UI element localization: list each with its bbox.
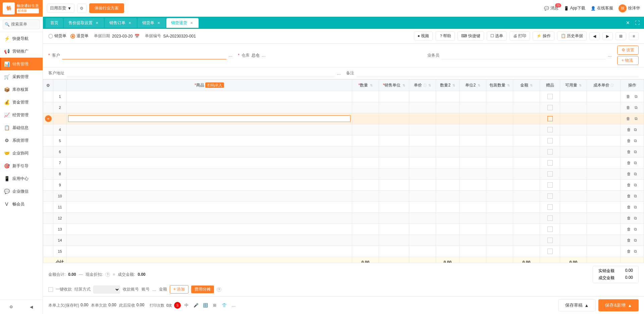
row-qty2-cell[interactable] — [436, 102, 460, 113]
sogou-icon[interactable]: S — [174, 302, 181, 309]
row-unit2-cell[interactable] — [460, 102, 486, 113]
sidebar-item-finance[interactable]: 💰 资金管理 — [0, 96, 43, 109]
user-menu[interactable]: 徐 徐泽华 — [619, 4, 640, 12]
gift-checkbox[interactable] — [547, 215, 553, 221]
row-delete-btn[interactable]: 🗑 — [626, 237, 632, 244]
sidebar-item-member[interactable]: V 畅会员 — [0, 198, 43, 210]
action-btn[interactable]: ⚡ 操作 — [533, 32, 554, 41]
row-copy-btn[interactable]: ⧉ — [633, 115, 639, 122]
row-delete-btn[interactable]: 🗑 — [626, 226, 632, 233]
row-delete-btn[interactable]: 🗑 — [626, 160, 632, 166]
row-delete-btn[interactable]: 🗑 — [626, 248, 632, 255]
calendar-icon[interactable]: 📅 — [135, 34, 140, 39]
row-copy-btn[interactable]: ⧉ — [632, 171, 639, 177]
row-pack-cell[interactable] — [486, 102, 513, 113]
add-payment-btn[interactable]: + 添加 — [170, 285, 189, 294]
tab-home[interactable]: 首页 — [46, 18, 63, 28]
row-delete-btn[interactable]: 🗑 — [626, 126, 632, 133]
row-delete-btn[interactable]: 🗑 — [625, 93, 632, 100]
row-qty-cell[interactable] — [352, 113, 379, 124]
row-price-cell[interactable] — [409, 91, 436, 102]
company-dropdown[interactable]: 日用百货 ▼ — [47, 4, 74, 13]
row-gift-cell[interactable] — [540, 102, 560, 113]
tab-price-settings[interactable]: 售价提取设置 ✕ — [64, 18, 104, 28]
row-delete-btn[interactable]: 🗑 — [626, 137, 632, 144]
account-dots[interactable]: … — [152, 287, 156, 292]
sidebar-settings-btn[interactable]: ⚙ — [3, 303, 20, 311]
logistics-side-btn[interactable]: + 物流 — [617, 56, 639, 65]
row-copy-btn[interactable]: ⧉ — [633, 93, 639, 100]
row-avail-cell[interactable] — [560, 102, 587, 113]
sidebar-item-system[interactable]: ⚙ 系统管理 — [0, 134, 43, 147]
video-btn[interactable]: ● 视频 — [414, 32, 433, 41]
warehouse-dots[interactable]: … — [262, 53, 266, 58]
row-delete-btn[interactable]: 🗑 — [626, 215, 632, 222]
calculator-icon[interactable]: 🔢 — [202, 302, 209, 309]
gift-checkbox-active[interactable] — [547, 116, 553, 121]
close-tab-btn[interactable]: ✕ — [624, 19, 632, 27]
sidebar-item-purchase[interactable]: 🛒 采购管理 — [0, 70, 43, 83]
row-delete-btn[interactable]: 🗑 — [625, 115, 632, 122]
tab-sales-return-close[interactable]: ✕ — [189, 20, 194, 25]
row-delete-btn[interactable]: 🗑 — [626, 171, 632, 177]
remark-input[interactable] — [356, 69, 639, 77]
tab-sales-return[interactable]: 销货退货 ✕ — [166, 18, 199, 28]
row-delete-btn[interactable]: 🗑 — [626, 148, 632, 155]
help-btn[interactable]: ？帮助 — [435, 32, 455, 41]
row-qty2-cell[interactable] — [436, 91, 460, 102]
sidebar-item-basic[interactable]: 📋 基础信息 — [0, 121, 43, 134]
gift-checkbox[interactable] — [547, 249, 553, 254]
gift-checkbox[interactable] — [547, 138, 553, 143]
gift-checkbox[interactable] — [547, 94, 553, 99]
row-copy-btn[interactable]: ⧉ — [632, 148, 639, 155]
tab-sales-order-close[interactable]: ✕ — [127, 20, 132, 25]
gift-checkbox[interactable] — [547, 204, 553, 210]
row-avail-cell[interactable] — [560, 91, 587, 102]
grid-view-btn[interactable]: ⊞ — [615, 32, 626, 40]
row-product-cell[interactable] — [67, 102, 352, 113]
mic-icon[interactable]: 🎤 — [192, 302, 200, 309]
more-icon[interactable]: … — [230, 302, 237, 309]
search-menu-button[interactable]: 🔍 搜索菜单 — [3, 19, 40, 29]
gift-checkbox[interactable] — [547, 160, 553, 166]
row-amount-cell[interactable] — [513, 102, 540, 113]
sidebar-item-sales[interactable]: 📊 销售管理 — [0, 58, 43, 70]
row-amount-cell[interactable] — [513, 91, 540, 102]
row-copy-btn[interactable]: ⧉ — [632, 137, 639, 144]
history-btn[interactable]: 📋 历史单据 — [557, 32, 587, 41]
tab-sales-delivery[interactable]: 销货单 ✕ — [138, 18, 166, 28]
radio-sales-return[interactable]: 退货单 — [70, 33, 89, 39]
sidebar-item-shortcuts[interactable]: ⚡ 快捷导航 — [0, 32, 43, 45]
app-download-btn[interactable]: 📱 App下载 — [564, 5, 585, 11]
settlement-method-select[interactable] — [93, 286, 120, 294]
select-btn[interactable]: ☐ 选单 — [487, 32, 507, 41]
shirt-icon[interactable]: 👕 — [220, 302, 228, 309]
row-delete-btn[interactable]: 🗑 — [626, 204, 632, 210]
row-unit-cell[interactable] — [379, 91, 409, 102]
row-unit2-cell[interactable] — [460, 91, 486, 102]
row-product-cell[interactable] — [67, 113, 352, 124]
next-doc-btn[interactable]: ▶ — [602, 32, 613, 40]
grid-icon[interactable]: ⊞ — [211, 302, 218, 309]
chinese-input-icon[interactable]: 中 — [183, 302, 190, 309]
row-unit-cell[interactable] — [379, 102, 409, 113]
row-qty-cell[interactable] — [352, 102, 379, 113]
row-copy-btn[interactable]: ⧉ — [632, 126, 639, 133]
online-service-btn[interactable]: 👤 在线客服 — [591, 5, 613, 11]
save-new-button[interactable]: 保存&新增 ▲ — [598, 299, 639, 311]
prev-doc-btn[interactable]: ◀ — [589, 32, 600, 40]
trial-button[interactable]: 体验行业方案 — [89, 3, 124, 13]
print-btn[interactable]: 🖨 打印 — [509, 32, 530, 41]
fee-split-help-icon[interactable]: ? — [217, 287, 221, 292]
row-gift-cell[interactable] — [540, 113, 560, 124]
row-copy-btn[interactable]: ⧉ — [632, 204, 639, 210]
fee-split-btn[interactable]: 费用分摊 — [191, 286, 214, 293]
gift-checkbox[interactable] — [547, 127, 553, 132]
gift-checkbox[interactable] — [547, 193, 553, 199]
customer-dots[interactable]: … — [228, 53, 232, 58]
sidebar-item-operation[interactable]: 📈 经营管理 — [0, 109, 43, 121]
row-copy-btn[interactable]: ⧉ — [632, 160, 639, 166]
row-gift-cell[interactable] — [540, 91, 560, 102]
shortcut-btn[interactable]: ⌨ 快捷键 — [458, 32, 484, 41]
row-price-cell[interactable] — [409, 102, 436, 113]
